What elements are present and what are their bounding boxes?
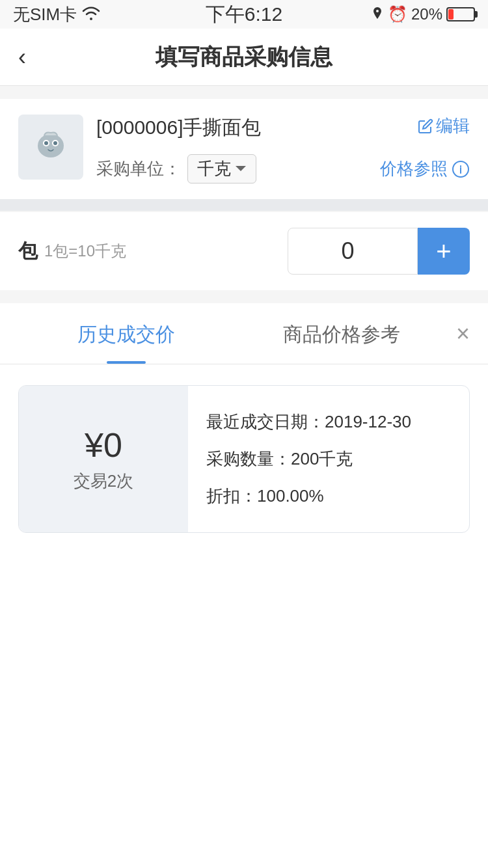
nav-bar: ‹ 填写商品采购信息 [0, 29, 488, 86]
quantity-plus-button[interactable]: + [418, 228, 470, 275]
svg-point-0 [38, 134, 64, 157]
tab-product-price-ref[interactable]: 商品价格参考 [234, 303, 449, 364]
wifi-icon [82, 5, 100, 25]
back-button[interactable]: ‹ [18, 44, 26, 71]
status-right: ⏰ 20% [371, 5, 475, 23]
edit-button[interactable]: 编辑 [418, 115, 470, 137]
page-title: 填写商品采购信息 [156, 42, 332, 72]
tab-history-price[interactable]: 历史成交价 [18, 303, 234, 364]
battery-icon [446, 7, 475, 21]
tab-content: ¥0 交易2次 最近成交日期：2019-12-30 采购数量：200千克 折扣：… [0, 364, 488, 554]
product-thumbnail [18, 115, 83, 180]
product-unit-row: 采购单位： 千克 价格参照 [96, 154, 470, 183]
product-card: [0000006]手撕面包 编辑 采购单位： 千克 [0, 99, 488, 199]
recent-date-row: 最近成交日期：2019-12-30 [206, 409, 451, 435]
transaction-price: ¥0 [85, 426, 122, 465]
purchase-quantity-row: 采购数量：200千克 [206, 446, 451, 472]
product-header: [0000006]手撕面包 编辑 [96, 115, 470, 141]
tab-close-button[interactable]: × [456, 307, 470, 360]
location-icon [371, 5, 384, 23]
transaction-details-right: 最近成交日期：2019-12-30 采购数量：200千克 折扣：100.00% [188, 386, 469, 532]
transaction-price-left: ¥0 交易2次 [19, 386, 188, 532]
unit-label: 采购单位： 千克 [96, 154, 256, 183]
alarm-icon: ⏰ [388, 5, 407, 23]
svg-point-4 [53, 141, 57, 145]
transaction-card: ¥0 交易2次 最近成交日期：2019-12-30 采购数量：200千克 折扣：… [18, 385, 470, 533]
carrier-text: 无SIM卡 [13, 3, 77, 26]
discount-row: 折扣：100.00% [206, 483, 451, 509]
section-divider [0, 199, 488, 211]
quantity-input[interactable] [288, 228, 418, 275]
status-left: 无SIM卡 [13, 3, 100, 26]
price-reference-button[interactable]: 价格参照 [380, 157, 470, 180]
product-info: [0000006]手撕面包 编辑 采购单位： 千克 [96, 115, 470, 183]
trade-count: 交易2次 [74, 470, 133, 493]
tabs-panel: 历史成交价 商品价格参考 × ¥0 交易2次 最近成交日期：2019-12-30… [0, 303, 488, 554]
unit-select-dropdown[interactable]: 千克 [187, 154, 256, 183]
status-time: 下午6:12 [206, 1, 282, 28]
status-bar: 无SIM卡 下午6:12 ⏰ 20% [0, 0, 488, 29]
svg-point-3 [44, 141, 48, 145]
product-logo-icon [31, 125, 70, 170]
quantity-row: 包 1包=10千克 + [0, 212, 488, 290]
quantity-input-group: + [288, 228, 470, 275]
battery-percent: 20% [411, 5, 442, 23]
bottom-area [0, 554, 488, 868]
quantity-label: 包 1包=10千克 [18, 238, 126, 265]
tabs-header: 历史成交价 商品价格参考 × [0, 303, 488, 364]
product-name: [0000006]手撕面包 [96, 115, 261, 141]
